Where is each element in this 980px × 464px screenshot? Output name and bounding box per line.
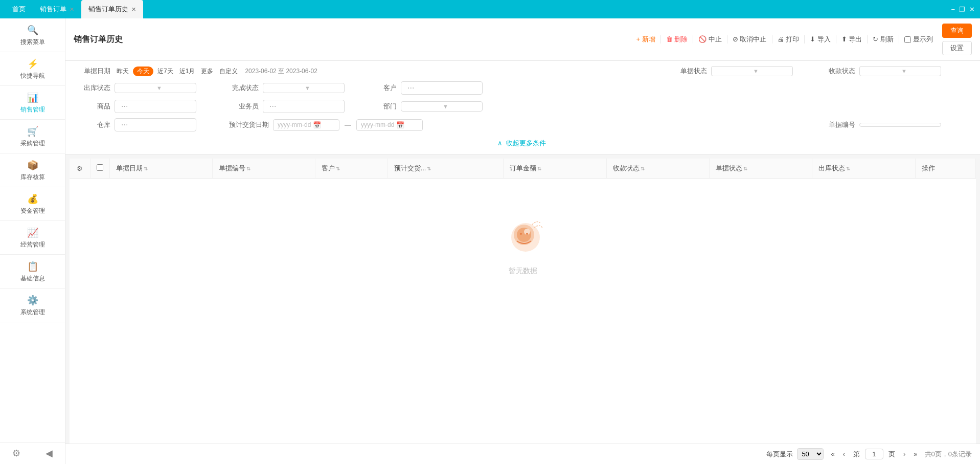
shortcut-1month[interactable]: 近1月	[177, 67, 197, 76]
last-page-btn[interactable]: »	[910, 449, 920, 459]
th-bill-status[interactable]: 单据状态⇅	[710, 159, 812, 179]
close-sales-order-history-tab[interactable]: ✕	[131, 6, 136, 13]
warehouse-label: 仓库	[74, 120, 115, 129]
sidebar-item-basic-info[interactable]: 📋 基础信息	[0, 255, 65, 289]
toolbar-divider-4	[772, 35, 772, 43]
tab-sales-order[interactable]: 销售订单 ✕	[33, 0, 81, 18]
stop-button[interactable]: 🚫 中止	[698, 35, 722, 44]
tab-sales-order-history[interactable]: 销售订单历史 ✕	[81, 0, 143, 18]
bill-status-select[interactable]: ▼	[711, 66, 793, 76]
svg-point-4	[520, 233, 522, 235]
payment-status-arrow: ▼	[901, 68, 937, 74]
content-area: 销售订单历史 + 新增 🗑 删除 🚫 中止 ⊘ 取消中止 🖨 打印 ⬇ 导入 ⬆…	[65, 18, 980, 464]
shortcut-today[interactable]: 今天	[133, 67, 153, 76]
next-page-btn[interactable]: ›	[900, 449, 908, 459]
total-text: 共0页，0条记录	[925, 450, 972, 459]
import-button[interactable]: ⬇ 导入	[810, 35, 831, 44]
customer-input[interactable]: ···	[401, 81, 483, 95]
shortcut-custom[interactable]: 自定义	[217, 67, 240, 76]
expected-date-from[interactable]: yyyy-mm-dd 📅	[273, 119, 339, 131]
payment-status-label: 收款状态	[824, 67, 859, 76]
page-size-select[interactable]: 10 20 50 100	[797, 448, 824, 460]
delete-button[interactable]: 🗑 删除	[666, 35, 688, 44]
th-amount[interactable]: 订单金额⇅	[504, 159, 606, 179]
settings-button[interactable]: 设置	[942, 41, 972, 55]
th-number[interactable]: 单据编号⇅	[212, 159, 315, 179]
bill-status-arrow: ▼	[753, 68, 788, 74]
bill-number-input[interactable]	[859, 123, 941, 127]
salesperson-label: 业务员	[227, 102, 263, 111]
th-checkbox[interactable]	[90, 159, 109, 179]
close-sales-order-tab[interactable]: ✕	[70, 6, 74, 13]
refresh-button[interactable]: ↻ 刷新	[873, 35, 894, 44]
toolbar: + 新增 🗑 删除 🚫 中止 ⊘ 取消中止 🖨 打印 ⬇ 导入 ⬆ 导出 ↻ 刷…	[636, 24, 972, 60]
date-shortcuts: 昨天 今天 近7天 近1月 更多 自定义	[115, 67, 240, 76]
page-label-after: 页	[885, 449, 898, 460]
th-expected-date[interactable]: 预计交货...⇅	[388, 159, 504, 179]
payment-status-select[interactable]: ▼	[859, 66, 941, 76]
date-range-text: 2023-06-02 至 2023-06-02	[245, 67, 317, 76]
sidebar-item-fund-mgmt[interactable]: 💰 资金管理	[0, 187, 65, 221]
collapse-row[interactable]: ∧ 收起更多条件	[74, 137, 972, 149]
shortcut-yesterday[interactable]: 昨天	[115, 67, 131, 76]
sidebar-bottom: ⚙ ◀	[0, 442, 65, 464]
department-select[interactable]: ▼	[401, 101, 483, 112]
prev-page-btn[interactable]: ‹	[840, 449, 848, 459]
sidebar-item-sys-mgmt[interactable]: ⚙️ 系统管理	[0, 289, 65, 322]
expected-date-to[interactable]: yyyy-mm-dd 📅	[356, 119, 423, 131]
salesperson-input[interactable]: ···	[263, 100, 345, 113]
th-settings[interactable]: ⚙	[70, 159, 90, 179]
bill-status-label: 单据状态	[675, 67, 711, 76]
quick-nav-icon: ⚡	[27, 58, 38, 70]
close-button[interactable]: ✕	[969, 6, 975, 13]
sidebar-item-inventory-accounting[interactable]: 📦 库存核算	[0, 153, 65, 187]
display-cols-checkbox-input[interactable]	[904, 36, 911, 43]
filter-row-1: 单据日期 昨天 今天 近7天 近1月 更多 自定义 2023-06-02 至 2…	[74, 66, 972, 76]
th-payment-status[interactable]: 收款状态⇅	[606, 159, 709, 179]
th-customer[interactable]: 客户⇅	[315, 159, 388, 179]
print-button[interactable]: 🖨 打印	[778, 35, 800, 44]
sidebar-item-search-menu[interactable]: 🔍 搜索菜单	[0, 18, 65, 52]
sidebar-item-quick-nav[interactable]: ⚡ 快捷导航	[0, 52, 65, 86]
first-page-btn[interactable]: «	[828, 449, 837, 459]
sidebar-settings-icon[interactable]: ⚙	[12, 448, 20, 459]
restore-button[interactable]: ❐	[959, 6, 965, 13]
out-status-select[interactable]: ▼	[115, 83, 196, 93]
expected-date-control: yyyy-mm-dd 📅 — yyyy-mm-dd 📅	[273, 119, 824, 131]
bill-status-control: ▼	[711, 66, 824, 76]
page-size-label: 每页显示	[766, 450, 793, 459]
export-button[interactable]: ⬆ 导出	[841, 35, 862, 44]
table-header: ⚙ 单据日期⇅ 单据编号⇅ 客户⇅ 预计交货...⇅ 订单金额⇅ 收款状态⇅ 单…	[70, 159, 976, 179]
toolbar-divider-1	[660, 35, 661, 43]
filter-row-4: 仓库 ··· 预计交货日期 yyyy-mm-dd 📅 — yyyy-mm-dd	[74, 118, 972, 131]
minimize-button[interactable]: −	[951, 6, 955, 13]
sidebar-item-sales-mgmt[interactable]: 📊 销售管理	[0, 86, 65, 120]
shortcut-more[interactable]: 更多	[199, 67, 215, 76]
complete-status-select[interactable]: ▼	[263, 83, 345, 93]
empty-text: 暂无数据	[509, 267, 537, 276]
date-separator: —	[345, 121, 351, 129]
customer-label: 客户	[375, 83, 401, 93]
shortcut-7days[interactable]: 近7天	[155, 67, 175, 76]
filter-area: 单据日期 昨天 今天 近7天 近1月 更多 自定义 2023-06-02 至 2…	[65, 61, 980, 154]
display-cols-checkbox[interactable]: 显示列	[904, 35, 933, 44]
complete-status-control: ▼	[263, 83, 375, 93]
ops-mgmt-icon: 📈	[27, 227, 38, 238]
filter-row-3: 商品 ··· 业务员 ··· 部门 ▼	[74, 100, 972, 113]
add-button[interactable]: + 新增	[636, 35, 655, 44]
collapse-label: 收起更多条件	[506, 139, 546, 147]
cancel-stop-button[interactable]: ⊘ 取消中止	[733, 35, 767, 44]
tab-home[interactable]: 首页	[5, 0, 33, 18]
current-page[interactable]: 1	[865, 449, 883, 459]
query-button[interactable]: 查询	[942, 24, 972, 38]
th-date[interactable]: 单据日期⇅	[109, 159, 212, 179]
sidebar-item-purchase-mgmt[interactable]: 🛒 采购管理	[0, 120, 65, 153]
page-label-before: 第	[850, 449, 863, 460]
product-input[interactable]: ···	[115, 100, 196, 113]
warehouse-input[interactable]: ···	[115, 118, 196, 131]
sidebar-collapse-icon[interactable]: ◀	[45, 448, 53, 459]
select-all-checkbox[interactable]	[97, 164, 103, 171]
sidebar-item-ops-mgmt[interactable]: 📈 经营管理	[0, 221, 65, 255]
th-out-status[interactable]: 出库状态⇅	[812, 159, 915, 179]
sort-date-icon: ⇅	[144, 166, 148, 171]
